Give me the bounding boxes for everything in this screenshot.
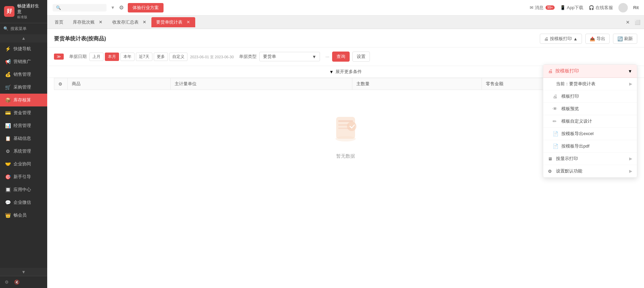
type-select-arrow: ▼	[312, 54, 316, 59]
sidebar-scroll-down[interactable]: ▼	[0, 268, 47, 276]
trial-button[interactable]: 体验行业方案	[128, 3, 164, 12]
settings-button[interactable]: 设置	[352, 52, 370, 62]
settings-icon[interactable]: ⚙	[5, 280, 9, 285]
col-quantity: 主数量	[352, 78, 481, 90]
dropdown-item-template-pdf[interactable]: 📄 按模板导出pdf	[543, 140, 637, 153]
dropdown-close-icon[interactable]: ▼	[628, 69, 632, 74]
print-template-button[interactable]: 🖨 按模板打印 ▲	[540, 34, 582, 44]
download-icon: 📱	[560, 5, 565, 10]
refresh-label: 刷新	[624, 36, 633, 42]
quick-nav-icon: ⚡	[5, 46, 11, 52]
dropdown-current-template[interactable]: 当前：要货单统计表 ▶	[543, 78, 637, 90]
system-icon: ⚙	[5, 148, 11, 154]
tab-order-stats[interactable]: 要货单统计表 ✕	[151, 17, 195, 27]
tab-collection-summary[interactable]: 收发存汇总表 ✕	[108, 17, 151, 27]
dropdown-item-template-preview[interactable]: 👁 模板预览	[543, 103, 637, 115]
dropdown-current-left: 当前：要货单统计表	[548, 81, 595, 87]
sidebar-item-member[interactable]: 👑 畅会员	[0, 209, 47, 222]
tab-order-stats-close[interactable]: ✕	[186, 20, 191, 25]
dropdown-print-icon: 🖨	[548, 68, 553, 74]
sales-icon: 💰	[5, 71, 11, 77]
dropdown-item-template-excel[interactable]: 📄 按模板导出excel	[543, 128, 637, 140]
date-btn-7days[interactable]: 近7天	[136, 53, 152, 61]
topbar: 🔍 ▼ ⚙ 体验行业方案 ✉ 消息 99+ 📱 App下载 🎧 在线客服 Rit	[47, 0, 644, 15]
sidebar-item-finance[interactable]: 💳 资金管理	[0, 106, 47, 119]
type-select-value: 要货单	[263, 54, 311, 60]
sidebar-item-label: 经营管理	[13, 123, 31, 129]
messages-button[interactable]: ✉ 消息 99+	[530, 5, 555, 11]
avatar[interactable]	[618, 3, 628, 12]
sidebar-item-label: 资金管理	[13, 110, 31, 116]
guide-icon: 🎯	[5, 174, 11, 180]
tab-inventory-batch[interactable]: 库存批次账 ✕	[68, 17, 108, 27]
sidebar-item-marketing[interactable]: 📢 营销推广	[0, 55, 47, 68]
marketing-icon: 📢	[5, 59, 11, 65]
query-button[interactable]: 查询	[332, 52, 350, 62]
more-options-icon[interactable]: ···	[325, 54, 329, 59]
tab-inventory-batch-close[interactable]: ✕	[98, 20, 103, 25]
topbar-dropdown-icon[interactable]: ▼	[111, 5, 115, 10]
sidebar-item-apps[interactable]: 🔲 应用中心	[0, 183, 47, 196]
mute-icon[interactable]: 🔇	[14, 280, 20, 285]
date-btn-more[interactable]: 更多	[154, 53, 168, 61]
tab-close-all[interactable]: ✕	[624, 18, 632, 26]
logo-icon: 好	[4, 6, 14, 17]
date-btn-this-year[interactable]: 本年	[120, 53, 135, 61]
tab-expand[interactable]: ⬜	[633, 18, 641, 26]
expand-arrows-icon: ≫	[57, 54, 61, 59]
sidebar-item-purchase[interactable]: 🛒 采购管理	[0, 81, 47, 94]
display-print-label: 按显示打印	[556, 156, 578, 162]
date-btn-custom[interactable]: 自定义	[169, 53, 187, 61]
tab-home-label: 首页	[55, 19, 63, 25]
sidebar-scroll-up[interactable]: ▲	[0, 34, 47, 42]
current-template-arrow: ▶	[629, 82, 632, 86]
finance-icon: 💳	[5, 110, 11, 116]
sidebar-item-operations[interactable]: 📊 经营管理	[0, 119, 47, 132]
sidebar-nav: ⚡ 快捷导航 📢 营销推广 💰 销售管理 🛒 采购管理 📦 库存核算 💳 资金管…	[0, 42, 47, 268]
col-amount-label: 零售金额	[486, 81, 503, 86]
sidebar-item-system[interactable]: ⚙ 系统管理	[0, 145, 47, 158]
sidebar-item-inventory[interactable]: 📦 库存核算	[0, 94, 47, 106]
member-icon: 👑	[5, 212, 11, 218]
sidebar-item-sales[interactable]: 💰 销售管理	[0, 68, 47, 81]
dropdown-item-template-print[interactable]: 🖨 模板打印	[543, 90, 637, 103]
export-button[interactable]: 📤 导出	[585, 34, 610, 44]
filter-area: ≫ 单据日期 上月 本月 本年 近7天 更多 自定义 2023-06-01 至 …	[47, 47, 644, 66]
dropdown-item-template-design[interactable]: ✏ 模板自定义设计	[543, 115, 637, 128]
topbar-right: ✉ 消息 99+ 📱 App下载 🎧 在线客服 Rit	[530, 3, 639, 12]
col-product: 商品	[68, 78, 171, 90]
topbar-search[interactable]: 🔍	[53, 4, 107, 11]
sidebar-item-wechat[interactable]: 💬 企业微信	[0, 196, 47, 209]
col-product-label: 商品	[72, 81, 81, 86]
refresh-icon: 🔄	[617, 36, 623, 41]
template-pdf-label: 按模板导出pdf	[561, 143, 589, 149]
col-settings[interactable]: ⚙	[54, 78, 68, 90]
dropdown-header[interactable]: 🖨 按模板打印 ▼	[543, 65, 637, 78]
dropdown-display-print[interactable]: 🖥 按显示打印 ▶	[543, 153, 637, 165]
sidebar-item-basic[interactable]: 📋 基础信息	[0, 132, 47, 145]
filter-expand-icon[interactable]: ≫	[54, 54, 64, 60]
topbar-settings-icon[interactable]: ⚙	[119, 4, 124, 11]
sidebar-item-label: 基础信息	[13, 135, 31, 141]
refresh-button[interactable]: 🔄 刷新	[613, 34, 637, 44]
dropdown-set-default[interactable]: ⚙ 设置默认功能 ▶	[543, 165, 637, 178]
sidebar-item-guide[interactable]: 🎯 新手引导	[0, 170, 47, 183]
date-btn-this-month[interactable]: 本月	[105, 53, 119, 61]
sidebar-item-collab[interactable]: 🤝 企业协同	[0, 158, 47, 170]
set-default-label: 设置默认功能	[556, 168, 582, 174]
tab-home[interactable]: 首页	[50, 17, 68, 27]
date-btn-last-month[interactable]: 上月	[89, 53, 104, 61]
sidebar-search[interactable]: 🔍 搜索菜单	[0, 23, 47, 34]
tabs-controls: ✕ ⬜	[624, 18, 641, 26]
type-select[interactable]: 要货单 ▼	[259, 52, 320, 61]
inventory-icon: 📦	[5, 97, 11, 103]
sidebar-item-quick-nav[interactable]: ⚡ 快捷导航	[0, 42, 47, 55]
app-badge: 标准版	[17, 15, 43, 20]
date-filter-row: 单据日期 上月 本月 本年 近7天 更多 自定义 2023-06-01 至 20…	[69, 53, 234, 61]
online-service-button[interactable]: 🎧 在线客服	[589, 5, 613, 11]
tab-collection-summary-close[interactable]: ✕	[142, 20, 147, 25]
search-icon: 🔍	[3, 26, 8, 31]
app-download-button[interactable]: 📱 App下载	[560, 5, 583, 11]
expand-more-label: 展开更多条件	[335, 69, 362, 75]
main-content: 🔍 ▼ ⚙ 体验行业方案 ✉ 消息 99+ 📱 App下载 🎧 在线客服 Rit	[47, 0, 644, 288]
